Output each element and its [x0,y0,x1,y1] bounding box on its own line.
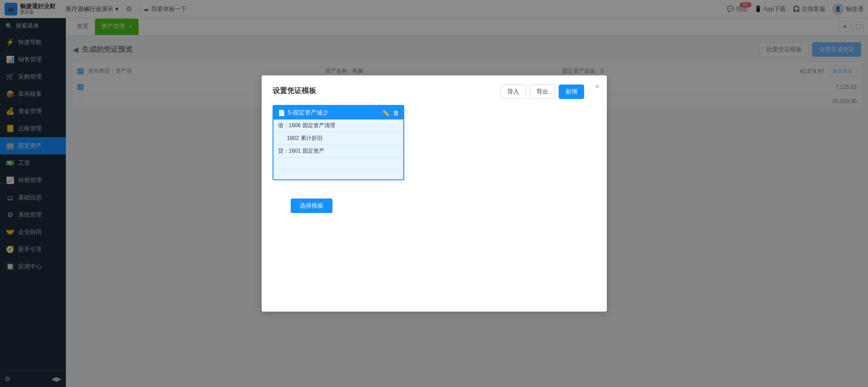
template-card-title: 📄 5-固定资产减少 [278,109,329,117]
template-debit-row-1: 借：1606 固定资产清理 [273,119,403,132]
template-empty-row-1 [273,158,403,169]
template-empty-row-2 [273,169,403,179]
template-name: 5-固定资产减少 [288,109,329,117]
template-card-body: 借：1606 固定资产清理 1602 累计折旧 贷：1601 固定资产 [273,119,403,179]
modal-dialog: 设置凭证模板 导入 导出 新增 × 📄 5-固定资产减少 ✏️ 🗑 借：1 [262,75,607,312]
export-btn[interactable]: 导出 [530,84,555,99]
modal-toolbar: 导入 导出 新增 [501,84,584,99]
template-delete-icon[interactable]: 🗑 [393,109,399,116]
import-btn[interactable]: 导入 [501,84,526,99]
template-doc-icon: 📄 [278,109,285,116]
template-debit-row-2: 1602 累计折旧 [273,132,403,145]
modal-close-btn[interactable]: × [595,83,599,91]
template-edit-icon[interactable]: ✏️ [382,109,389,116]
template-credit-row-1: 贷：1601 固定资产 [273,145,403,158]
new-btn[interactable]: 新增 [559,84,584,99]
choose-template-btn[interactable]: 选择模板 [291,198,332,213]
template-card-header: 📄 5-固定资产减少 ✏️ 🗑 [273,106,403,119]
template-card: 📄 5-固定资产减少 ✏️ 🗑 借：1606 固定资产清理 1602 累计折旧 … [273,105,404,180]
modal-overlay: 设置凭证模板 导入 导出 新增 × 📄 5-固定资产减少 ✏️ 🗑 借：1 [0,0,868,387]
template-card-actions: ✏️ 🗑 [382,109,399,116]
